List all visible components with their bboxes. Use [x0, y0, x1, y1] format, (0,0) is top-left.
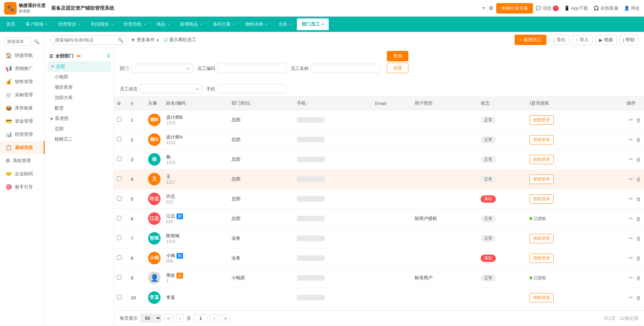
- info-icon[interactable]: ℹ: [529, 100, 531, 106]
- filter-dept-select[interactable]: [131, 64, 193, 73]
- row-checkbox[interactable]: [117, 255, 121, 260]
- close-profit-icon[interactable]: ×: [111, 22, 113, 26]
- trial-button[interactable]: 体验行业方案: [496, 3, 533, 14]
- close-warehouse-icon[interactable]: ×: [289, 22, 291, 26]
- col-settings[interactable]: ⚙: [114, 97, 128, 110]
- app-download-button[interactable]: 📱 App下载: [564, 5, 588, 11]
- tab-barcode[interactable]: 条码方案 ×: [208, 18, 240, 30]
- dept-item-zswer[interactable]: 植树王二: [48, 134, 111, 144]
- row-checkbox[interactable]: [117, 275, 121, 280]
- query-button[interactable]: 查询: [387, 51, 408, 61]
- import-button[interactable]: ↑ 导入: [572, 35, 592, 45]
- sidebar-item-system[interactable]: ⚙ 系统管理: [0, 154, 45, 167]
- page-number-input[interactable]: [194, 314, 208, 322]
- col-name-code[interactable]: 姓名/编码: [163, 97, 229, 110]
- dept-item-shx[interactable]: ▶ 双虎想: [48, 113, 111, 124]
- show-resigned-checkbox[interactable]: ☑: [164, 37, 168, 43]
- row-checkbox[interactable]: [117, 176, 121, 181]
- dept-collapse-btn[interactable]: 《: [105, 53, 110, 59]
- delete-icon[interactable]: 🗑: [636, 196, 641, 202]
- delete-icon[interactable]: 🗑: [636, 275, 641, 281]
- dept-edit-icon[interactable]: ✏: [77, 53, 81, 59]
- search-input[interactable]: [51, 35, 127, 45]
- row-checkbox[interactable]: [117, 236, 121, 240]
- last-page-btn[interactable]: ››: [221, 314, 230, 322]
- auth-login-button[interactable]: 授权登录: [529, 194, 554, 204]
- tab-employees[interactable]: 部门员工 ×: [297, 18, 329, 30]
- delete-icon[interactable]: 🗑: [636, 236, 641, 241]
- view-button[interactable]: ▶ 视频: [595, 35, 617, 45]
- edit-icon[interactable]: ✏: [629, 215, 633, 222]
- sidebar-item-guide[interactable]: 🎯 新手引导: [0, 180, 45, 194]
- export-button[interactable]: ↓ 导出: [549, 35, 570, 45]
- filter-phone-input[interactable]: [217, 84, 287, 94]
- filter-emp-status-select[interactable]: [140, 84, 202, 94]
- close-customers-icon[interactable]: ×: [46, 22, 48, 26]
- tab-goods[interactable]: 商品 ×: [152, 18, 174, 30]
- delete-icon[interactable]: 🗑: [636, 255, 641, 261]
- dept-item-ph[interactable]: 配货: [48, 103, 111, 113]
- row-checkbox[interactable]: [117, 137, 121, 141]
- filter-emp-name-input[interactable]: [311, 64, 380, 73]
- page-size-select[interactable]: 50 20 100: [140, 314, 161, 323]
- close-operations-icon[interactable]: ×: [78, 22, 80, 26]
- edit-icon[interactable]: ✏: [629, 156, 633, 162]
- auth-login-button[interactable]: 授权登录: [529, 234, 554, 243]
- col-settings-icon[interactable]: ⚙: [117, 101, 121, 106]
- title-dropdown[interactable]: ▼: [481, 6, 486, 11]
- help-button[interactable]: | 帮助: [619, 35, 638, 45]
- dept-item-root[interactable]: ▼ 总部: [48, 61, 111, 72]
- sidebar-item-nav[interactable]: 🏠 快捷导航: [0, 49, 45, 62]
- sidebar-item-business[interactable]: 📊 经营管理: [0, 128, 45, 141]
- auth-login-button[interactable]: 授权登录: [529, 254, 554, 263]
- edit-icon[interactable]: ✏: [629, 255, 633, 261]
- delete-icon[interactable]: 🗑: [636, 216, 641, 222]
- user-menu[interactable]: 👤 用友: [624, 5, 640, 11]
- search-submit-icon[interactable]: 🔍: [118, 37, 123, 43]
- row-checkbox[interactable]: [117, 295, 121, 299]
- sidebar-item-finance[interactable]: 💳 资金管理: [0, 115, 45, 128]
- edit-icon[interactable]: ✏: [629, 294, 633, 301]
- tab-history[interactable]: 经营历程 ×: [119, 18, 151, 30]
- delete-icon[interactable]: 🗑: [636, 176, 641, 182]
- delete-icon[interactable]: 🗑: [636, 117, 641, 123]
- row-checkbox[interactable]: [117, 157, 121, 161]
- edit-icon[interactable]: ✏: [629, 117, 633, 123]
- delete-icon[interactable]: 🗑: [636, 157, 641, 162]
- col-dept[interactable]: 部门/职位: [229, 97, 294, 110]
- tab-new-goods[interactable]: 新增商品 ×: [175, 18, 207, 30]
- sidebar-item-marketing[interactable]: 📢 营销推广: [0, 62, 45, 75]
- edit-icon[interactable]: ✏: [629, 176, 633, 182]
- dept-item-xdb[interactable]: 小电部: [48, 72, 111, 82]
- sidebar-search-icon[interactable]: 🔍: [34, 39, 39, 44]
- delete-icon[interactable]: 🗑: [636, 137, 641, 143]
- tab-profit[interactable]: 利润报告 ×: [86, 18, 118, 30]
- edit-icon[interactable]: ✏: [629, 275, 633, 281]
- message-button[interactable]: 💬 消息 5: [536, 5, 559, 11]
- auth-login-button[interactable]: 授权登录: [529, 155, 554, 164]
- first-page-btn[interactable]: ‹‹: [164, 314, 173, 322]
- show-resigned-toggle[interactable]: ☑ 显示离职员工: [164, 37, 196, 43]
- sidebar-item-collab[interactable]: 🤝 企业协同: [0, 167, 45, 180]
- row-checkbox[interactable]: [117, 117, 121, 122]
- next-page-btn[interactable]: ›: [210, 314, 218, 322]
- edit-icon[interactable]: ✏: [629, 235, 633, 241]
- edit-icon[interactable]: ✏: [629, 136, 633, 143]
- sidebar-item-purchase[interactable]: 🛒 采购管理: [0, 88, 45, 102]
- row-checkbox[interactable]: [117, 216, 121, 220]
- filter-emp-code-input[interactable]: [217, 64, 287, 73]
- dept-item-sydk[interactable]: 沈阳大库: [48, 92, 111, 103]
- auth-login-button[interactable]: 授权登录: [529, 135, 554, 144]
- tab-customers[interactable]: 客户联络 ×: [21, 18, 53, 30]
- set-button[interactable]: 设置: [387, 63, 408, 73]
- online-service-button[interactable]: 🎧 在线客服: [593, 5, 618, 11]
- close-history-icon[interactable]: ×: [144, 22, 146, 26]
- tab-bom[interactable]: 物料清单 ×: [241, 18, 272, 30]
- tab-home[interactable]: 首页: [1, 18, 20, 30]
- close-employees-icon[interactable]: ×: [322, 22, 324, 26]
- more-filters-button[interactable]: ▼ 更多条件 ∧: [131, 37, 160, 43]
- delete-icon[interactable]: 🗑: [636, 295, 641, 301]
- gear-button[interactable]: ⚙: [489, 5, 493, 11]
- col-phone[interactable]: 手机: [294, 97, 372, 110]
- edit-icon[interactable]: ✏: [629, 196, 633, 202]
